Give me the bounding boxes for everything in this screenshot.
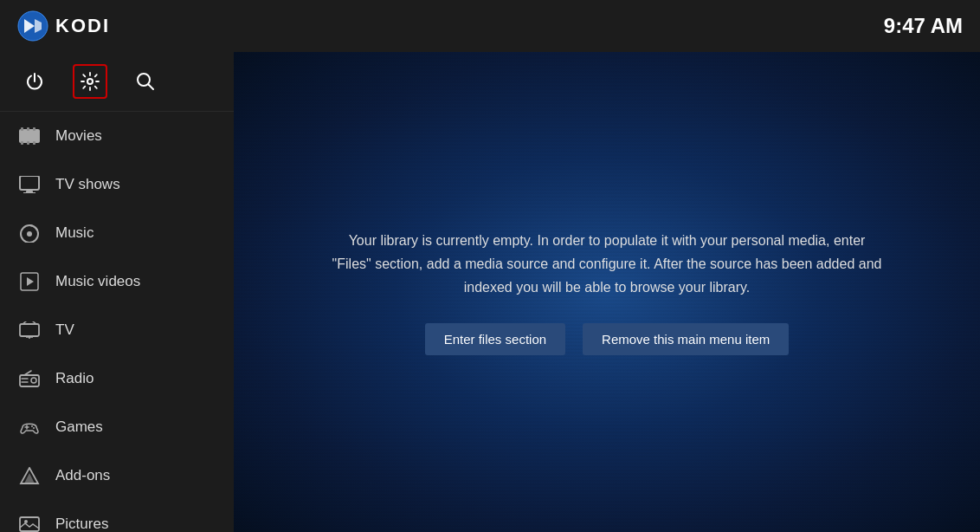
sidebar-menu: Movies TV shows xyxy=(0,112,234,532)
sidebar-item-radio[interactable]: Radio xyxy=(0,354,234,403)
sidebar-item-tvshows[interactable]: TV shows xyxy=(0,160,234,209)
tv-label: TV xyxy=(55,321,74,339)
svg-rect-8 xyxy=(27,127,29,131)
svg-point-3 xyxy=(87,79,93,84)
top-bar-left: KODI xyxy=(17,10,110,42)
music-videos-label: Music videos xyxy=(55,273,140,290)
search-icon xyxy=(136,72,155,91)
svg-rect-11 xyxy=(27,141,29,145)
sidebar-item-tv[interactable]: TV xyxy=(0,306,234,354)
addons-icon xyxy=(17,464,42,488)
svg-point-17 xyxy=(27,231,32,237)
sidebar-item-movies[interactable]: Movies xyxy=(0,112,234,160)
music-label: Music xyxy=(55,224,93,242)
sidebar-item-games[interactable]: Games xyxy=(0,403,234,451)
svg-rect-9 xyxy=(33,127,35,131)
search-button[interactable] xyxy=(128,64,163,99)
sidebar: Movies TV shows xyxy=(0,52,234,532)
app-container: KODI 9:47 AM xyxy=(0,0,980,532)
remove-menu-item-button[interactable]: Remove this main menu item xyxy=(583,323,789,355)
games-label: Games xyxy=(55,418,103,436)
pictures-label: Pictures xyxy=(55,516,108,532)
svg-point-26 xyxy=(31,378,36,383)
svg-rect-7 xyxy=(21,127,23,131)
radio-label: Radio xyxy=(55,370,93,387)
action-buttons: Enter files section Remove this main men… xyxy=(330,323,884,355)
kodi-logo-text: KODI xyxy=(55,15,110,37)
tvshows-label: TV shows xyxy=(55,176,120,193)
svg-rect-13 xyxy=(20,176,39,190)
power-button[interactable] xyxy=(17,64,52,99)
kodi-logo-icon xyxy=(17,10,48,42)
pictures-icon xyxy=(17,512,42,532)
current-time: 9:47 AM xyxy=(884,14,963,38)
svg-rect-36 xyxy=(20,517,39,531)
svg-rect-12 xyxy=(33,141,35,145)
radio-icon xyxy=(17,367,42,391)
addons-label: Add-ons xyxy=(55,467,110,484)
movies-icon xyxy=(17,124,42,148)
tvshows-icon xyxy=(17,172,42,197)
svg-rect-10 xyxy=(21,141,23,145)
sidebar-item-addons[interactable]: Add-ons xyxy=(0,451,234,500)
sidebar-icon-bar xyxy=(0,52,234,112)
sidebar-item-music[interactable]: Music xyxy=(0,209,234,257)
kodi-logo: KODI xyxy=(17,10,110,42)
center-card: Your library is currently empty. In orde… xyxy=(313,211,901,373)
svg-line-5 xyxy=(149,85,154,90)
top-bar: KODI 9:47 AM xyxy=(0,0,980,52)
sidebar-item-pictures[interactable]: Pictures xyxy=(0,500,234,532)
svg-point-32 xyxy=(31,425,33,427)
svg-rect-6 xyxy=(19,129,40,143)
library-empty-message: Your library is currently empty. In orde… xyxy=(330,229,884,300)
tv-icon xyxy=(17,318,42,342)
content-area: Movies TV shows xyxy=(0,52,980,532)
games-icon xyxy=(17,415,42,439)
settings-icon xyxy=(81,72,100,91)
main-content: Your library is currently empty. In orde… xyxy=(234,52,980,532)
power-icon xyxy=(25,72,44,91)
music-videos-icon xyxy=(17,269,42,294)
settings-button[interactable] xyxy=(73,64,107,99)
enter-files-button[interactable]: Enter files section xyxy=(425,323,565,355)
svg-point-33 xyxy=(33,427,35,429)
svg-rect-15 xyxy=(23,192,35,193)
sidebar-item-music-videos[interactable]: Music videos xyxy=(0,257,234,306)
music-icon xyxy=(17,221,42,245)
movies-label: Movies xyxy=(55,127,102,145)
svg-marker-19 xyxy=(27,277,34,286)
svg-rect-20 xyxy=(20,324,39,336)
